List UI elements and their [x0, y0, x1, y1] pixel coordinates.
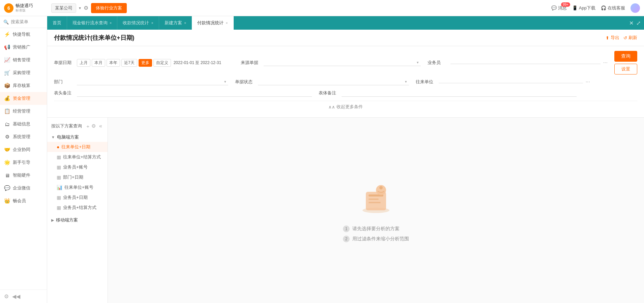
- sidebar-search[interactable]: 🔍 搜索菜单: [0, 16, 47, 28]
- scheme-item-3[interactable]: ▦ 部门+日期: [47, 172, 108, 182]
- trial-button[interactable]: 体验行业方案: [91, 3, 127, 13]
- tab-payment-close[interactable]: ×: [226, 21, 228, 25]
- filter-status-select[interactable]: ▾: [258, 79, 409, 85]
- sidebar-item-finance[interactable]: 💰 资金管理: [0, 92, 47, 105]
- filter-row-3: 表头备注 表体备注: [54, 89, 637, 97]
- svg-point-6: [379, 186, 383, 189]
- scheme-group-pc-header[interactable]: ▼ 电脑端方案: [47, 132, 108, 142]
- scheme-item-6[interactable]: ▦ 业务员+结算方式: [47, 203, 108, 213]
- export-icon: ⬆: [606, 35, 609, 40]
- scheme-item-0[interactable]: ● 往来单位+日期: [47, 142, 108, 152]
- date-btn-7days[interactable]: 近7天: [121, 59, 137, 67]
- scheme-item-5[interactable]: ▦ 业务员+日期: [47, 192, 108, 203]
- scheme-group-mobile-header[interactable]: ▶ 移动端方案: [47, 215, 108, 225]
- tab-receipt-close[interactable]: ×: [151, 21, 153, 25]
- company-dropdown-icon[interactable]: ▾: [79, 6, 81, 10]
- filter-date: 单据日期 上月 本月 本年 近7天 更多 自定义 2022-01-01 至 20…: [54, 59, 234, 67]
- gear-bottom-icon[interactable]: ⚙: [4, 293, 9, 300]
- scheme-item-1[interactable]: ▦ 往来单位+结算方式: [47, 152, 108, 162]
- tab-payment[interactable]: 付款情况统计 ×: [192, 16, 233, 30]
- top-right: 💬 消息 99+ 📱 App下载 🎧 在线客服: [551, 3, 640, 13]
- date-btn-last-month[interactable]: 上月: [77, 59, 90, 67]
- filter-dept-label: 部门: [54, 79, 74, 85]
- sidebar: 🔍 搜索菜单 ⚡ 快捷导航 📢 营销推广 📈 销售管理 🛒 采购管理 📦 库存核…: [0, 16, 47, 303]
- tab-bar: 首页 现金银行流水查询 × 收款情况统计 × 新建方案 × 付款情况统计 × ✕…: [47, 16, 644, 30]
- empty-hint-1: 1 请先选择要分析的方案: [343, 225, 409, 232]
- scheme-item-1-icon: ▦: [57, 154, 61, 160]
- sidebar-item-marketing[interactable]: 📢 营销推广: [0, 41, 47, 54]
- scheme-item-4[interactable]: 📊 往来单位+账号: [47, 182, 108, 192]
- date-btn-this-month[interactable]: 本月: [92, 59, 105, 67]
- filter-salesman-select[interactable]: [450, 62, 601, 64]
- inventory-icon: 📦: [4, 83, 10, 89]
- filter-body-note-input[interactable]: [342, 89, 577, 97]
- salesman-dots[interactable]: ···: [603, 60, 608, 66]
- tab-cash-flow[interactable]: 现金银行流水查询 ×: [67, 16, 117, 30]
- sidebar-item-quick-nav[interactable]: ⚡ 快捷导航: [0, 28, 47, 41]
- tab-cash-flow-close[interactable]: ×: [110, 21, 112, 25]
- sidebar-item-system[interactable]: ⚙ 系统管理: [0, 130, 47, 143]
- collapse-up-icon: ∧∧: [328, 104, 335, 110]
- phone-icon: 📱: [572, 5, 578, 10]
- top-middle: 某某公司 ▾ ⚙ 体验行业方案: [51, 3, 551, 13]
- tab-home[interactable]: 首页: [47, 16, 67, 30]
- sidebar-item-purchase[interactable]: 🛒 采购管理: [0, 66, 47, 79]
- scheme-item-2-icon: ▦: [57, 164, 61, 170]
- tab-new-scheme-close[interactable]: ×: [184, 21, 186, 25]
- scheme-add-icon[interactable]: +: [86, 123, 89, 129]
- collapse-sidebar-icon[interactable]: ◀◀: [12, 293, 20, 300]
- filter-header-note-input[interactable]: [77, 89, 312, 97]
- filter-source-select[interactable]: ▾: [264, 59, 421, 66]
- sidebar-item-inventory[interactable]: 📦 库存核算: [0, 79, 47, 92]
- scheme-item-0-icon: ●: [57, 144, 59, 150]
- sidebar-item-guide[interactable]: 🌟 新手引导: [0, 156, 47, 169]
- top-bar: 6 畅捷通巧 标准版 某某公司 ▾ ⚙ 体验行业方案 💬 消息 99+ 📱 Ap…: [0, 0, 644, 16]
- online-service-item[interactable]: 🎧 在线客服: [601, 5, 625, 11]
- filter-partner: 往来单位 ···: [416, 79, 590, 85]
- marketing-icon: 📢: [4, 44, 10, 50]
- pc-group-arrow-icon: ▼: [51, 135, 55, 139]
- result-area: 1 请先选择要分析的方案 2 用过滤条件来缩小分析范围: [108, 118, 644, 303]
- filter-row-1: 单据日期 上月 本月 本年 近7天 更多 自定义 2022-01-01 至 20…: [54, 51, 637, 74]
- sidebar-item-hardware[interactable]: 🖥 智能硬件: [0, 169, 47, 182]
- sidebar-item-sales[interactable]: 📈 销售管理: [0, 54, 47, 66]
- date-btn-more[interactable]: 更多: [139, 59, 152, 67]
- scheme-setting-icon[interactable]: ⚙: [91, 123, 96, 129]
- app-download-item[interactable]: 📱 App下载: [572, 5, 595, 11]
- sidebar-item-wechat[interactable]: 💬 企业微信: [0, 182, 47, 194]
- empty-hint-2: 2 用过滤条件来缩小分析范围: [343, 236, 409, 242]
- scheme-panel: 按以下方案查询 + ⚙ « ▼ 电脑端方案: [47, 118, 108, 303]
- refresh-button[interactable]: ↺ 刷新: [623, 35, 637, 41]
- scheme-item-2[interactable]: ▦ 业务员+账号: [47, 162, 108, 172]
- company-selector[interactable]: 某某公司: [51, 3, 76, 13]
- guide-icon: 🌟: [4, 159, 10, 165]
- tab-receipt[interactable]: 收款情况统计 ×: [117, 16, 159, 30]
- filter-voucher-status: 单据状态 ▾: [235, 79, 409, 85]
- date-btn-this-year[interactable]: 本年: [107, 59, 120, 67]
- scheme-item-4-icon: 📊: [57, 185, 62, 190]
- settings-icon[interactable]: ⚙: [84, 5, 88, 11]
- filter-header-note-label: 表头备注: [54, 90, 74, 96]
- filter-partner-select[interactable]: [439, 81, 583, 83]
- tab-expand-icon[interactable]: ⤢: [636, 20, 641, 26]
- search-icon: 🔍: [3, 20, 9, 25]
- body-area: 按以下方案查询 + ⚙ « ▼ 电脑端方案: [47, 118, 644, 303]
- sidebar-item-cooperation[interactable]: 🤝 企业协同: [0, 143, 47, 156]
- user-avatar[interactable]: [631, 3, 640, 13]
- tab-new-scheme[interactable]: 新建方案 ×: [159, 16, 192, 30]
- partner-dots[interactable]: ···: [586, 79, 590, 85]
- scheme-item-3-icon: ▦: [57, 175, 61, 180]
- tab-close-all-icon[interactable]: ✕: [629, 20, 634, 26]
- notification-item[interactable]: 💬 消息 99+: [551, 5, 567, 11]
- export-button[interactable]: ⬆ 导出: [606, 35, 619, 41]
- setting-button[interactable]: 设置: [614, 64, 637, 74]
- sidebar-item-basic-info[interactable]: 🗂 基础信息: [0, 118, 47, 130]
- sidebar-item-member[interactable]: 👑 畅会员: [0, 194, 47, 207]
- collapse-filter-button[interactable]: ∧∧ 收起更多条件: [54, 101, 637, 113]
- date-btn-custom[interactable]: 自定义: [153, 59, 171, 67]
- filter-dept-select[interactable]: ▾: [77, 79, 228, 85]
- filter-source-label: 来源单据: [241, 60, 261, 66]
- sidebar-item-operations[interactable]: 📋 经营管理: [0, 105, 47, 118]
- scheme-collapse-icon[interactable]: «: [98, 123, 104, 129]
- query-button[interactable]: 查询: [614, 51, 637, 62]
